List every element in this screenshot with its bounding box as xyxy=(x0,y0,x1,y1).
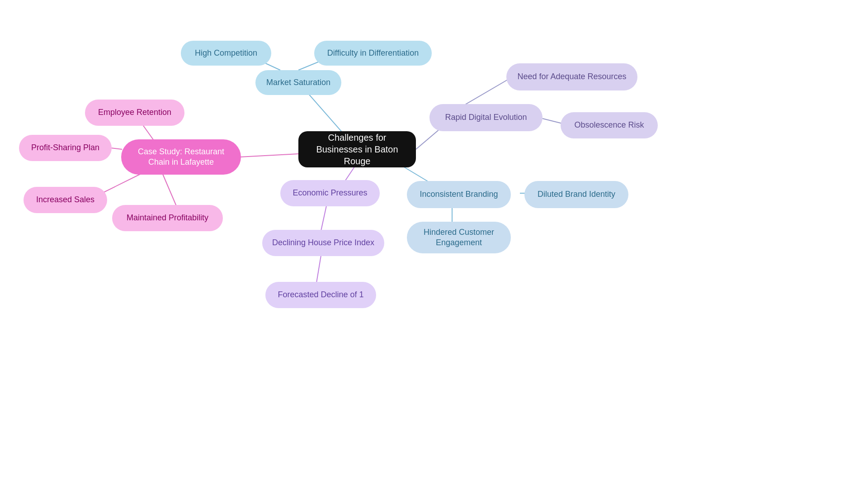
node-employee-retention: Employee Retention xyxy=(85,100,184,126)
node-hindered-customer: Hindered Customer Engagement xyxy=(407,222,511,253)
node-increased-sales: Increased Sales xyxy=(24,187,107,213)
node-declining-house: Declining House Price Index xyxy=(262,230,384,256)
svg-line-12 xyxy=(240,154,298,157)
node-profit-sharing: Profit-Sharing Plan xyxy=(19,135,112,161)
node-high-competition: High Competition xyxy=(181,41,271,66)
node-obsolescence-risk: Obsolescence Risk xyxy=(561,112,658,138)
center-node: Challenges for Businesses in Baton Rouge xyxy=(298,131,416,167)
svg-line-16 xyxy=(163,174,176,206)
svg-line-11 xyxy=(316,256,321,283)
node-maintained-profitability: Maintained Profitability xyxy=(112,205,223,231)
node-market-saturation: Market Saturation xyxy=(255,70,341,95)
svg-line-10 xyxy=(321,206,326,231)
node-diluted-brand: Diluted Brand Identity xyxy=(524,181,628,208)
node-forecasted-decline: Forecasted Decline of 1 xyxy=(265,282,376,308)
node-rapid-digital: Rapid Digital Evolution xyxy=(429,104,542,131)
svg-line-14 xyxy=(111,148,122,149)
node-difficulty-differentiation: Difficulty in Differentiation xyxy=(314,41,432,66)
node-need-resources: Need for Adequate Resources xyxy=(506,63,637,90)
node-inconsistent-branding: Inconsistent Branding xyxy=(407,181,511,208)
node-economic-pressures: Economic Pressures xyxy=(280,180,380,206)
node-case-study: Case Study: Restaurant Chain in Lafayett… xyxy=(121,139,241,175)
